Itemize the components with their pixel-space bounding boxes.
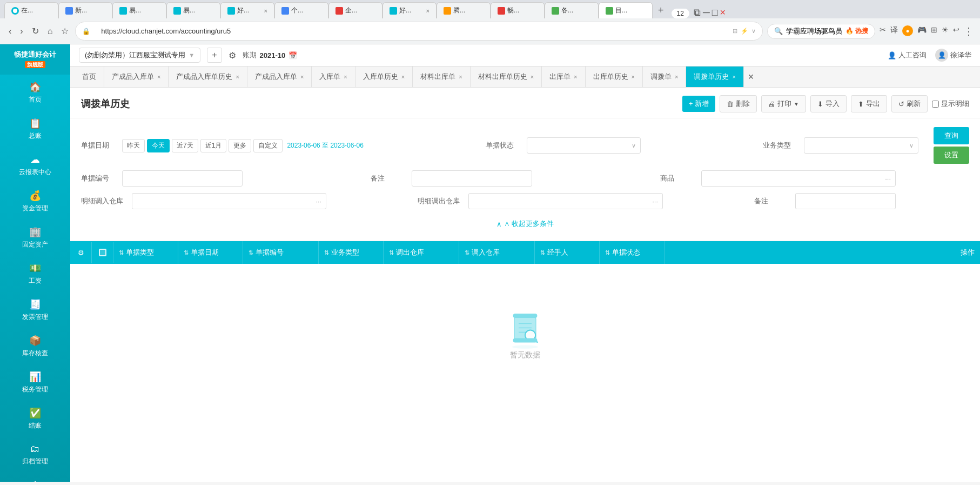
tab-close-8[interactable]: × [426, 8, 429, 14]
page-tab-instore-close[interactable]: × [344, 74, 347, 80]
browser-tab-8[interactable]: 好... × [382, 2, 437, 18]
sidebar-item-closing[interactable]: ✅ 结账 [0, 401, 70, 437]
browser-tab-4[interactable]: 易... [166, 2, 220, 18]
sidebar-item-inventory[interactable]: 📦 库存核查 [0, 328, 70, 364]
date-7days-btn[interactable]: 近7天 [172, 139, 198, 152]
page-tab-products-in-close[interactable]: × [157, 74, 160, 80]
refresh-button[interactable]: ↺ 刷新 [891, 95, 928, 112]
collapse-row[interactable]: ∧ ∧ 收起更多条件 [81, 216, 969, 232]
page-tab-outstore-close[interactable]: × [574, 74, 577, 80]
tool-translate[interactable]: 译 [890, 25, 898, 37]
browser-tab-7[interactable]: 企... [328, 2, 382, 18]
home-button[interactable]: ⌂ [45, 24, 55, 38]
window-minimize-button[interactable]: ─ [703, 7, 710, 18]
search-bar[interactable]: 🔍 学霸应聘场驱鸟员 🔥 热搜 [767, 24, 875, 39]
page-tab-transfer-history[interactable]: 调拨单历史 × [686, 67, 743, 87]
page-tab-instore-history[interactable]: 入库单历史 × [355, 67, 413, 87]
sidebar-item-funds[interactable]: 💰 资金管理 [0, 183, 70, 220]
tool-brightness[interactable]: ☀ [942, 25, 949, 37]
docno-filter-input[interactable] [122, 170, 243, 187]
tab-close-5[interactable]: × [264, 8, 267, 14]
back-button[interactable]: ‹ [6, 24, 14, 38]
sidebar-item-home[interactable]: 🏠 首页 [0, 75, 70, 111]
reload-button[interactable]: ↻ [30, 24, 41, 38]
browser-tab-11[interactable]: 各... [545, 2, 599, 18]
browser-tab-1[interactable]: 在... [4, 2, 58, 18]
tool-scissors[interactable]: ✂ [880, 25, 886, 37]
browser-tab-2[interactable]: 新... [58, 2, 112, 18]
page-tab-instore[interactable]: 入库单 × [312, 67, 355, 87]
display-checkbox[interactable]: 显示明细 [932, 99, 969, 109]
sidebar-item-archive[interactable]: 🗂 归档管理 [0, 437, 70, 473]
sidebar-item-settings[interactable]: ⚙ 基础设置 [0, 473, 70, 482]
display-checkbox-input[interactable] [932, 101, 939, 108]
period-calendar-icon[interactable]: 📅 [288, 51, 297, 59]
browser-tab-3[interactable]: 易... [112, 2, 166, 18]
sidebar-item-ledger[interactable]: 📋 总账 [0, 111, 70, 147]
tool-gamepad[interactable]: 🎮 [917, 25, 927, 37]
browser-tab-5[interactable]: 好... × [220, 2, 274, 18]
page-tab-products-in2[interactable]: 产成品入库单 × [247, 67, 312, 87]
th-gear[interactable]: ⚙ [70, 242, 92, 263]
page-tab-outstore-history[interactable]: 出库单历史 × [586, 67, 643, 87]
address-input[interactable] [93, 24, 729, 38]
new-button[interactable]: + 新增 [682, 96, 715, 112]
page-tab-material-out-history[interactable]: 材料出库单历史 × [471, 67, 542, 87]
tool-grid[interactable]: ⊞ [931, 25, 937, 37]
company-selector[interactable]: (勿删勿禁用）江西服宝测试专用 ▼ [79, 48, 200, 63]
window-maximize-button[interactable]: □ [712, 7, 718, 18]
date-1month-btn[interactable]: 近1月 [200, 139, 227, 152]
remark-filter-input[interactable] [412, 170, 532, 187]
print-button[interactable]: 🖨 打印 ▼ [761, 95, 806, 112]
detail-out-filter-input[interactable]: ··· [468, 193, 663, 209]
sidebar-logo[interactable]: 畅捷通好会计 旗舰版 [0, 44, 70, 75]
biztype-filter-select[interactable]: ∨ [804, 137, 918, 154]
settings-button[interactable]: 设置 [934, 147, 969, 164]
bookmark-button[interactable]: ☆ [59, 24, 71, 38]
page-tab-outstore[interactable]: 出库单 × [542, 67, 585, 87]
page-tab-outstore-history-close[interactable]: × [632, 74, 635, 80]
tab-close-all[interactable]: × [748, 71, 754, 83]
query-button[interactable]: 查询 [934, 127, 969, 144]
browser-tab-10[interactable]: 畅... [491, 2, 545, 18]
remark2-filter-input[interactable] [795, 193, 896, 209]
page-tab-material-out[interactable]: 材料出库单 × [413, 67, 470, 87]
date-yesterday-btn[interactable]: 昨天 [122, 139, 145, 152]
tool-more[interactable]: ⋮ [964, 25, 974, 37]
sidebar-item-invoice[interactable]: 🧾 发票管理 [0, 292, 70, 328]
tool-undo[interactable]: ↩ [953, 25, 959, 37]
browser-tab-12[interactable]: 目... [599, 2, 653, 18]
page-tab-home[interactable]: 首页 [75, 67, 104, 87]
service-label[interactable]: 👤 人工咨询 [888, 50, 927, 60]
add-company-button[interactable]: + [207, 48, 221, 63]
page-tab-instore-history-close[interactable]: × [401, 74, 405, 80]
sidebar-item-reports[interactable]: ☁ 云报表中心 [0, 147, 70, 183]
date-more-btn[interactable]: 更多 [229, 139, 251, 152]
page-tab-transfer-close[interactable]: × [675, 74, 678, 80]
sidebar-item-salary[interactable]: 💵 工资 [0, 256, 70, 292]
tool-extension1[interactable]: ● [902, 25, 913, 36]
date-custom-btn[interactable]: 自定义 [253, 139, 283, 152]
date-today-btn[interactable]: 今天 [147, 139, 170, 152]
page-tab-transfer[interactable]: 调拨单 × [643, 67, 686, 87]
page-tab-material-out-close[interactable]: × [459, 74, 462, 80]
user-profile[interactable]: 👤 徐泽华 [935, 49, 971, 62]
window-restore-button[interactable]: ⧉ [694, 7, 701, 18]
tab-count-badge[interactable]: 12 [672, 9, 689, 18]
import-button[interactable]: ⬇ 导入 [810, 95, 847, 112]
page-tab-transfer-history-close[interactable]: × [732, 74, 735, 80]
status-filter-select[interactable]: ∨ [527, 137, 641, 154]
browser-tab-6[interactable]: 个... [274, 2, 328, 18]
page-tab-products-in[interactable]: 产成品入库单 × [104, 67, 169, 87]
goods-filter-input[interactable]: ··· [701, 170, 896, 187]
page-tab-products-in2-close[interactable]: × [300, 74, 304, 80]
page-tab-products-in-history-close[interactable]: × [236, 74, 239, 80]
detail-in-filter-input[interactable]: ··· [132, 193, 326, 209]
new-tab-button[interactable]: + [653, 3, 669, 18]
company-settings-button[interactable]: ⚙ [229, 50, 236, 61]
th-checkbox[interactable] [92, 242, 113, 263]
select-all-checkbox[interactable] [99, 249, 106, 256]
browser-tab-9[interactable]: 腾... [437, 2, 491, 18]
forward-button[interactable]: › [18, 24, 25, 38]
export-button[interactable]: ⬆ 导出 [851, 95, 887, 112]
